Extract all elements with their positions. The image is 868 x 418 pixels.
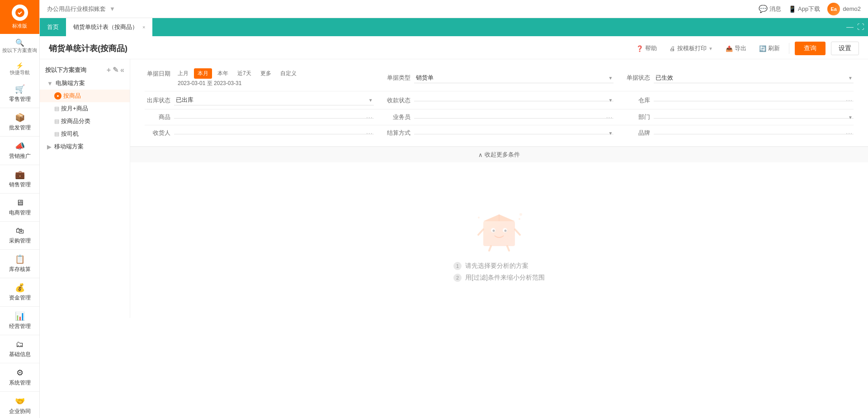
tab-minimize-btn[interactable]: — [846, 23, 854, 31]
user-area[interactable]: Ea demo2 [827, 3, 861, 15]
svg-point-7 [505, 230, 507, 232]
recipient-filter: 收货人 ··· [139, 125, 379, 141]
doc-status-filter: 单据状态 已生效 ▼ [619, 65, 859, 91]
print-dropdown-icon[interactable]: ▼ [708, 46, 713, 51]
divider [789, 43, 789, 54]
print-btn[interactable]: 🖨 按模板打印 ▼ [666, 43, 717, 54]
scheme-by-driver-label: 按司机 [61, 130, 79, 138]
staff-input[interactable]: ··· [414, 116, 614, 119]
date-year-btn[interactable]: 本年 [214, 68, 232, 79]
tree-node-pc[interactable]: ▼ 电脑端方案 [40, 77, 130, 90]
operations-label: 经营管理 [9, 323, 31, 330]
collect-status-input[interactable]: ▼ [414, 99, 614, 101]
query-btn[interactable]: 查询 [795, 42, 826, 55]
sidebar-item-sales[interactable]: 💼 销售管理 [0, 165, 39, 194]
help-btn[interactable]: ❓ 帮助 [632, 43, 660, 54]
filter-row-3: 商品 ··· 业务员 ··· [139, 109, 859, 125]
system-icon: ⚙ [16, 368, 24, 378]
export-icon: 📤 [726, 45, 733, 52]
tab-close-btn[interactable]: × [142, 24, 145, 30]
sidebar-item-purchase[interactable]: 🛍 采购管理 [0, 222, 39, 250]
sidebar-item-inventory[interactable]: 📋 库存核算 [0, 250, 39, 278]
collapse-panel-btn[interactable]: « [120, 66, 124, 74]
date-label: 单据日期 [145, 70, 174, 78]
date-more-btn[interactable]: 更多 [257, 68, 275, 79]
sidebar-item-wholesale[interactable]: 📦 批发管理 [0, 108, 39, 137]
tab-active[interactable]: 销货单统计表（按商品） × [66, 18, 152, 36]
sidebar-item-operations[interactable]: 📊 经营管理 [0, 307, 39, 335]
empty-illustration [472, 199, 526, 253]
goods-label: 商品 [145, 113, 174, 121]
corp-icon: 🤝 [15, 396, 25, 406]
staff-filter: 业务员 ··· [379, 109, 619, 125]
recipient-input[interactable]: ··· [174, 132, 374, 134]
svg-line-9 [507, 246, 509, 251]
message-btn[interactable]: 💬 消息 [759, 5, 781, 13]
collapse-label: 收起更多条件 [485, 151, 520, 159]
collect-status-placeholder [414, 99, 614, 101]
brand-dots: ··· [846, 129, 853, 137]
sidebar-item-basics[interactable]: 🗂 基础信息 [0, 335, 39, 363]
tree-node-mobile[interactable]: ▶ 移动端方案 [40, 140, 130, 153]
app-download-btn[interactable]: 📱 App下载 [788, 5, 820, 13]
doc-status-value: 已生效 [654, 73, 854, 83]
settle-input[interactable]: ▼ [414, 132, 614, 134]
tip-num-1: 1 [453, 262, 462, 270]
svg-rect-1 [483, 221, 515, 246]
tab-home[interactable]: 首页 [40, 18, 66, 36]
goods-input[interactable]: ··· [174, 116, 374, 119]
set-btn[interactable]: 设置 [831, 42, 859, 55]
refresh-btn[interactable]: 🔄 刷新 [755, 43, 783, 54]
tip-text-1: 请先选择要分析的方案 [465, 262, 528, 270]
page-title: 销货单统计表(按商品) [49, 43, 127, 54]
brand-input[interactable]: ··· [654, 132, 854, 134]
tab-maximize-btn[interactable]: ⛶ [857, 23, 864, 31]
edit-scheme-btn[interactable]: ✎ [113, 66, 118, 74]
sidebar-item-retail[interactable]: 🛒 零售管理 [0, 80, 39, 108]
date-curr-btn[interactable]: 本月 [194, 68, 212, 79]
out-status-input[interactable]: 已出库 ▼ [174, 95, 374, 105]
tree-child-by-month-goods[interactable]: ▤ 按月+商品 [40, 102, 130, 115]
settle-filter: 结算方式 ▼ [379, 125, 619, 141]
refresh-icon: 🔄 [759, 45, 766, 52]
dept-input[interactable]: ▼ [654, 116, 854, 119]
tree-expand-icon: ▼ [47, 80, 53, 87]
filter-row-2: 出库状态 已出库 ▼ 收款状态 ▼ [139, 91, 859, 109]
marketing-label: 营销推广 [9, 152, 31, 160]
sidebar-item-corp[interactable]: 🤝 企业协同 [0, 392, 39, 418]
inventory-label: 库存核算 [9, 266, 31, 273]
tree-child-by-category[interactable]: ▤ 按商品分类 [40, 115, 130, 128]
tree-child-by-driver[interactable]: ▤ 按司机 [40, 128, 130, 140]
date-prev-btn[interactable]: 上月 [174, 68, 192, 79]
date-custom-btn[interactable]: 自定义 [277, 68, 300, 79]
doc-type-input[interactable]: 销货单 ▼ [414, 73, 614, 83]
refresh-label: 刷新 [768, 44, 780, 52]
message-label: 消息 [769, 5, 781, 13]
layout-body: 按以下方案查询 + ✎ « ▼ 电脑端方案 ● 按商品 [40, 59, 868, 318]
sidebar-item-ecommerce[interactable]: 🖥 电商管理 [0, 194, 39, 222]
warehouse-input[interactable]: ··· [654, 99, 854, 101]
sidebar-item-marketing[interactable]: 📣 营销推广 [0, 137, 39, 165]
top-header: 办公用品行业模拟账套 ▼ 💬 消息 📱 App下载 Ea demo2 [40, 0, 868, 18]
tree-child-by-goods[interactable]: ● 按商品 [40, 90, 130, 102]
quick-nav[interactable]: ⚡ 快捷导航 [0, 58, 39, 80]
message-icon: 💬 [759, 5, 768, 13]
panel-actions: + ✎ « [107, 66, 124, 74]
tab-bar-right: — ⛶ [846, 23, 868, 31]
search-menu[interactable]: 🔍 按以下方案查询 [0, 34, 39, 58]
ecommerce-icon: 🖥 [16, 198, 24, 208]
header-left: 办公用品行业模拟账套 ▼ [47, 5, 115, 13]
active-scheme-icon: ● [54, 92, 61, 100]
svg-point-14 [519, 213, 522, 216]
dropdown-icon[interactable]: ▼ [109, 5, 115, 12]
doc-status-input[interactable]: 已生效 ▼ [654, 73, 854, 83]
sidebar-item-finance[interactable]: 💰 资金管理 [0, 278, 39, 307]
sidebar-item-system[interactable]: ⚙ 系统管理 [0, 363, 39, 392]
collapse-row[interactable]: ∧ 收起更多条件 [130, 147, 868, 162]
scheme-by-category-label: 按商品分类 [61, 117, 90, 125]
export-btn[interactable]: 📤 导出 [722, 43, 750, 54]
date-week-btn[interactable]: 近7天 [234, 68, 255, 79]
left-panel-header: 按以下方案查询 + ✎ « [40, 63, 130, 77]
add-scheme-btn[interactable]: + [107, 66, 111, 74]
brand-placeholder [654, 132, 854, 134]
